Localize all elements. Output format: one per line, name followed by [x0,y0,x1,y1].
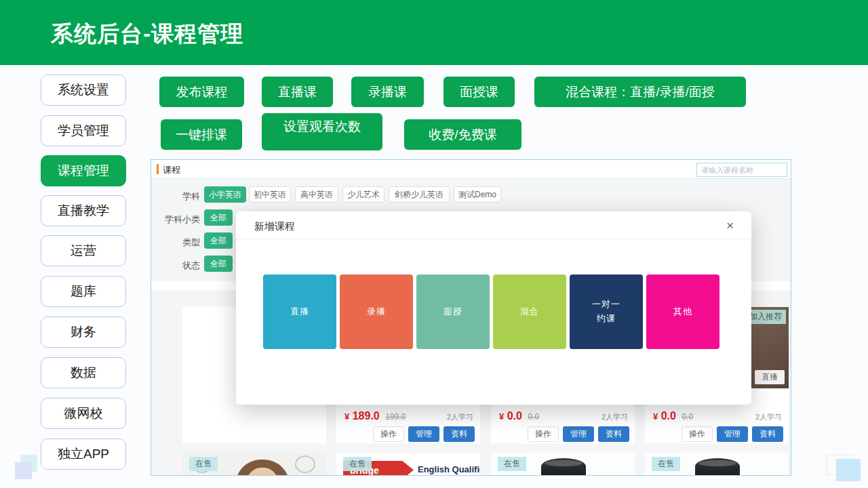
paid-free-course-button[interactable]: 收费/免费课 [404,119,521,150]
offline-course-button[interactable]: 面授课 [443,77,515,107]
price-row: ¥ 0.0 0.0 2人学习 [653,410,782,424]
sidebar-item-label: 直播教学 [58,202,109,220]
header-bar: 系统后台-课程管理 [0,0,868,65]
course-search-input[interactable] [696,163,787,177]
sidebar-item-label: 课程管理 [58,162,109,180]
doodle [295,455,315,473]
course-type-live[interactable]: 直播 [263,274,336,349]
material-button[interactable]: 资料 [443,426,475,442]
student-count: 2人学习 [755,412,782,422]
course-type-one-on-one[interactable]: 一对一 约课 [570,274,643,349]
on-sale-badge: 在售 [498,457,526,471]
filter-chip-subject[interactable]: 高中英语 [295,186,338,203]
price-row: ¥ 0.0 0.0 2人学习 [499,410,628,424]
operate-button[interactable]: 操作 [373,426,404,442]
set-view-count-button[interactable]: 设置观看次数 [262,113,382,150]
decorative-square [15,462,32,479]
live-course-button[interactable]: 直播课 [262,77,333,107]
brand-text: English Qualifications [418,464,480,474]
filter-chip-subject[interactable]: 少儿艺术 [342,186,384,203]
material-button[interactable]: 资料 [752,426,783,442]
app-window: 系统后台-课程管理 系统设置 学员管理 课程管理 直播教学 运营 题库 财务 数… [0,0,868,488]
course-price: 0.0 [661,410,676,422]
course-type-offline[interactable]: 面授 [416,274,490,349]
filter-chip-subcategory-all[interactable]: 全部 [204,209,233,226]
on-sale-badge: 在售 [189,457,218,471]
sidebar-item-live-teaching[interactable]: 直播教学 [41,195,126,226]
decorative-square [836,459,861,481]
sidebar-item-label: 学员管理 [58,122,109,140]
page-title: 系统后台-课程管理 [51,19,243,49]
filter-chip-status-all[interactable]: 全部 [204,256,233,272]
sidebar-item-finance[interactable]: 财务 [41,317,126,348]
sidebar-item-data[interactable]: 数据 [41,357,126,388]
mixed-course-button[interactable]: 混合课程：直播/录播/面授 [534,77,746,107]
currency-symbol: ¥ [344,411,349,422]
sidebar-item-micro-school[interactable]: 微网校 [41,398,126,429]
currency-symbol: ¥ [499,411,504,422]
lens-cylinder [695,458,740,476]
filter-chip-subject[interactable]: 测试Demo [454,186,501,203]
course-price: 189.0 [353,410,380,422]
sidebar-item-label: 运营 [71,242,96,260]
course-price: 0.0 [507,410,522,422]
one-click-schedule-button[interactable]: 一键排课 [161,119,242,150]
course-card[interactable]: 在售 [645,453,789,476]
on-sale-badge: 在售 [343,457,372,471]
card-actions: 操作 管理 资料 [528,426,629,442]
close-icon[interactable]: × [726,219,734,232]
sidebar-item-label: 系统设置 [58,81,109,99]
sidebar-item-label: 独立APP [58,445,109,463]
filter-chip-subject-active[interactable]: 小学英语 [204,186,246,203]
course-type-recorded[interactable]: 录播 [340,274,413,349]
on-sale-badge: 在售 [652,457,680,471]
panel-title-accent [157,164,159,174]
student-count: 2人学习 [447,412,473,422]
modal-title: 新增课程 [254,220,295,233]
filter-chip-type-all[interactable]: 全部 [204,232,233,249]
filter-chip-subject[interactable]: 剑桥少儿英语 [389,186,450,203]
recorded-course-button[interactable]: 录播课 [351,77,424,107]
course-old-price: 0.0 [682,412,693,422]
panel-header: 课程 [151,160,791,179]
sidebar-item-label: 题库 [71,283,96,300]
price-row: ¥ 189.0 199.0 2人学习 [344,410,473,424]
filter-label-type: 类型 [158,237,200,249]
publish-course-button[interactable]: 发布课程 [159,77,244,107]
course-type-mixed[interactable]: 混合 [493,274,566,349]
course-type-other[interactable]: 其他 [646,274,719,349]
currency-symbol: ¥ [653,411,658,422]
course-card[interactable]: bridge English Qualifications 在售 [336,453,480,476]
sidebar-item-system-settings[interactable]: 系统设置 [41,75,126,106]
filter-chip-subject[interactable]: 初中英语 [249,186,291,203]
operate-button[interactable]: 操作 [682,426,713,442]
manage-button[interactable]: 管理 [408,426,439,442]
add-course-modal: 新增课程 × 直播 录播 面授 混合 一对一 约课 其他 [236,211,751,405]
material-button[interactable]: 资料 [598,426,629,442]
sidebar-item-operations[interactable]: 运营 [41,235,126,266]
filter-label-subject: 学科 [158,190,200,203]
sidebar-item-course-management[interactable]: 课程管理 [41,155,126,186]
panel-title: 课程 [163,164,180,176]
manage-button[interactable]: 管理 [717,426,748,442]
sidebar-item-standalone-app[interactable]: 独立APP [41,439,126,470]
sidebar-item-label: 微网校 [64,405,103,422]
sidebar-item-student-management[interactable]: 学员管理 [41,115,126,146]
operate-button[interactable]: 操作 [528,426,559,442]
course-old-price: 199.0 [385,412,406,422]
lens-cylinder [541,458,586,476]
filter-label-status: 状态 [158,260,200,272]
filter-label-subcategory: 学科小类 [158,214,200,226]
course-card[interactable]: 在售 [491,453,635,476]
add-recommend-badge[interactable]: 加入推荐 [745,310,786,324]
sidebar-item-label: 财务 [71,323,96,341]
course-old-price: 0.0 [528,412,539,422]
sidebar-item-question-bank[interactable]: 题库 [41,276,126,307]
course-card[interactable]: 在售 [182,453,326,476]
modal-divider [236,239,751,239]
card-actions: 操作 管理 资料 [373,426,475,442]
manage-button[interactable]: 管理 [563,426,594,442]
student-count: 2人学习 [601,412,628,422]
live-tag: 直播 [755,370,785,384]
sidebar-item-label: 数据 [71,364,96,382]
